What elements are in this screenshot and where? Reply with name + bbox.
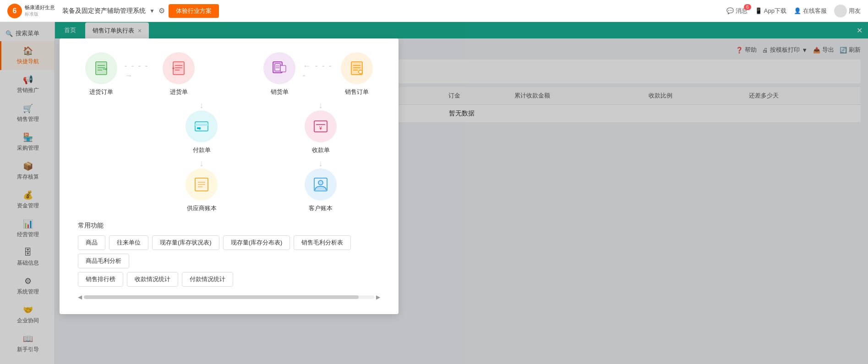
- scrollbar-track[interactable]: [84, 295, 374, 299]
- service-icon: 👤: [794, 7, 801, 14]
- flow-circle-customer-account: [305, 168, 337, 201]
- system-title: 装备及固定资产辅助管理系统: [62, 7, 146, 15]
- svg-point-31: [318, 180, 323, 185]
- logo-icon: 6: [7, 4, 22, 18]
- svg-rect-0: [96, 62, 107, 75]
- svg-rect-19: [195, 124, 208, 126]
- logo-brand: 畅康通好生意: [25, 4, 55, 11]
- svg-rect-4: [173, 62, 184, 75]
- message-icon: 💬: [726, 7, 734, 14]
- func-buttons-row1: 商品 往来单位 现存量(库存状况表) 现存量(库存分布表) 销售毛利分析表 商品…: [78, 235, 380, 268]
- common-functions-title: 常用功能: [78, 222, 380, 230]
- flow-circle-sales-order: [341, 52, 373, 84]
- func-btn-sales-rank[interactable]: 销售排行榜: [78, 272, 123, 287]
- func-btn-sales-margin[interactable]: 销售毛利分析表: [294, 235, 351, 250]
- flow-item-supplier-account[interactable]: 供应商账本: [174, 168, 229, 212]
- purchase-order-label: 进货订单: [89, 88, 113, 96]
- func-btn-stock-dist[interactable]: 现存量(库存分布表): [223, 235, 290, 250]
- flow-circle-purchase-bill: [163, 52, 195, 84]
- svg-rect-12: [280, 65, 286, 72]
- supplier-account-label: 供应商账本: [187, 204, 217, 212]
- svg-text:¥: ¥: [198, 127, 201, 131]
- flow-item-receipt-bill[interactable]: ¥ 收款单: [293, 110, 348, 154]
- sales-order-label: 销售订单: [345, 88, 369, 96]
- customer-account-label: 客户账本: [309, 204, 333, 212]
- logo-sub: 标准版: [25, 11, 55, 17]
- flow-circle-purchase-order: [85, 52, 117, 84]
- flow-circle-payment-bill: ¥: [186, 110, 218, 142]
- app-download-btn[interactable]: 📱 App下载: [755, 7, 786, 15]
- avatar: [834, 5, 847, 17]
- system-dropdown-btn[interactable]: ▼: [149, 8, 155, 14]
- logo-area: 6 畅康通好生意 标准版: [7, 4, 62, 18]
- svg-rect-18: [195, 122, 208, 131]
- message-badge: 6: [744, 4, 751, 10]
- scrollbar-thumb: [84, 295, 359, 299]
- func-buttons-row2: 销售排行榜 收款情况统计 付款情况统计: [78, 272, 380, 287]
- flow-item-sales-order[interactable]: 销售订单: [333, 52, 380, 96]
- common-functions: 常用功能 商品 往来单位 现存量(库存状况表) 现存量(库存分布表) 销售毛利分…: [78, 222, 380, 287]
- func-btn-stock-status[interactable]: 现存量(库存状况表): [152, 235, 219, 250]
- func-btn-contacts[interactable]: 往来单位: [109, 235, 148, 250]
- top-header: 6 畅康通好生意 标准版 装备及固定资产辅助管理系统 ▼ ⚙ 体验行业方案 💬 …: [0, 0, 868, 22]
- flow-item-customer-account[interactable]: 客户账本: [293, 168, 348, 212]
- online-service-btn[interactable]: 👤 在线客服: [794, 7, 827, 15]
- gear-btn[interactable]: ⚙: [158, 6, 165, 15]
- receipt-bill-label: 收款单: [312, 146, 330, 154]
- payment-bill-label: 付款单: [193, 146, 211, 154]
- scroll-left-btn[interactable]: ◀: [78, 294, 82, 300]
- svg-rect-9: [275, 64, 280, 71]
- user-avatar-btn[interactable]: 用友: [834, 5, 861, 17]
- app-icon: 📱: [755, 7, 762, 14]
- scroll-right-btn[interactable]: ▶: [376, 294, 380, 300]
- flow-item-purchase-order[interactable]: 进货订单: [78, 52, 125, 96]
- svg-text:¥: ¥: [319, 126, 322, 131]
- sales-bill-label: 销货单: [271, 88, 289, 96]
- purchase-bill-label: 进货单: [170, 88, 188, 96]
- experience-btn[interactable]: 体验行业方案: [169, 4, 219, 18]
- quick-guide-modal: 进货订单 - - - - → 进货单: [60, 38, 399, 314]
- logo-text-block: 畅康通好生意 标准版: [25, 4, 55, 17]
- user-name: 用友: [849, 7, 861, 15]
- func-btn-receipt-stats[interactable]: 收款情况统计: [127, 272, 178, 287]
- func-btn-payment-stats[interactable]: 付款情况统计: [182, 272, 233, 287]
- func-btn-product-margin[interactable]: 商品毛利分析: [78, 254, 129, 268]
- flow-circle-sales-bill: [263, 52, 295, 84]
- header-center: 装备及固定资产辅助管理系统 ▼ ⚙ 体验行业方案: [62, 4, 726, 18]
- flow-circle-receipt-bill: ¥: [305, 110, 337, 142]
- flow-circle-supplier-account: [186, 168, 218, 201]
- flow-item-payment-bill[interactable]: ¥ 付款单: [174, 110, 229, 154]
- flow-item-purchase-bill[interactable]: 进货单: [155, 52, 202, 96]
- online-service-label: 在线客服: [803, 7, 827, 15]
- svg-point-17: [359, 70, 362, 74]
- func-btn-product[interactable]: 商品: [78, 235, 105, 250]
- modal-scrollbar: ◀ ▶: [78, 294, 380, 300]
- app-download-label: App下载: [764, 7, 786, 15]
- flow-item-sales-bill[interactable]: 销货单: [256, 52, 303, 96]
- header-right: 💬 消息 6 📱 App下载 👤 在线客服 用友: [726, 5, 861, 17]
- message-btn[interactable]: 💬 消息 6: [726, 7, 748, 15]
